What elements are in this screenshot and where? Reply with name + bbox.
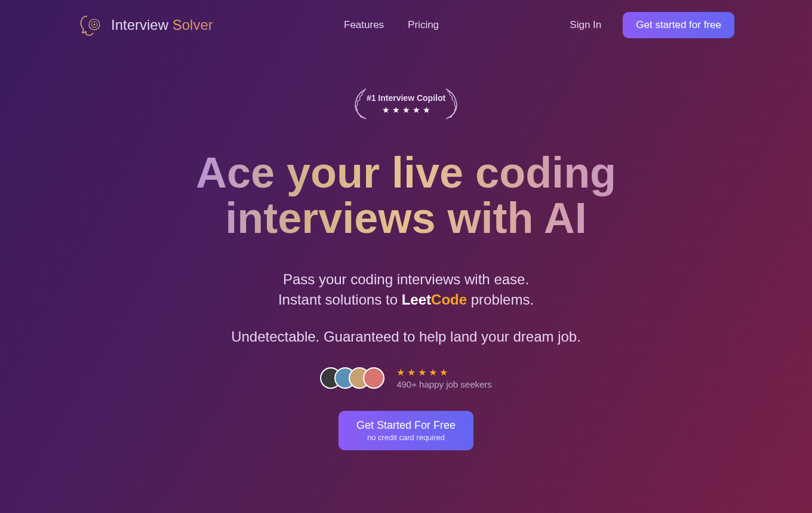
headline-line-1: Ace your live coding [196,149,616,196]
star-icon: ★ [429,367,437,378]
main-nav: Features Pricing [344,19,439,31]
nav-pricing[interactable]: Pricing [408,19,439,31]
subhead-line-1: Pass your coding interviews with ease. [283,271,529,287]
leetcode-leet: Leet [402,291,431,308]
tagline: Undetectable. Guaranteed to help land yo… [231,328,581,345]
star-icon: ★ [396,367,405,378]
auth-area: Sign In Get started for free [570,12,734,38]
main-cta-sub: no credit card required [367,433,445,442]
leetcode-code: Code [431,291,467,308]
proof-count: 490+ happy job seekers [396,379,492,389]
brand-word-1: Interview [111,17,173,33]
star-icon: ★ [418,367,426,378]
subhead-prefix: Instant solutions to [278,291,402,308]
main-cta-button[interactable]: Get Started For Free no credit card requ… [339,411,473,450]
brand-word-2: Solver [173,17,213,33]
laurel-center: #1 Interview Copilot ★ ★ ★ ★ ★ [367,93,445,115]
star-icon: ★ [392,105,400,115]
brand-name: Interview Solver [111,17,213,33]
header-cta-button[interactable]: Get started for free [623,12,734,38]
subhead: Pass your coding interviews with ease. I… [278,269,534,309]
laurel-right-icon [442,87,463,121]
badge-stars: ★ ★ ★ ★ ★ [367,105,445,115]
badge-text: #1 Interview Copilot [367,93,445,103]
avatar [363,367,385,389]
proof-stars: ★ ★ ★ ★ ★ [396,367,492,378]
social-proof: ★ ★ ★ ★ ★ 490+ happy job seekers [320,367,492,389]
star-icon: ★ [402,105,410,115]
star-icon: ★ [439,367,448,378]
star-icon: ★ [382,105,390,115]
hero-section: #1 Interview Copilot ★ ★ ★ ★ ★ Ace your … [0,86,812,513]
nav-features[interactable]: Features [344,19,384,31]
header: Interview Solver Features Pricing Sign I… [0,0,812,50]
svg-point-2 [94,24,96,26]
star-icon: ★ [407,367,416,378]
brain-logo-icon [78,13,103,38]
signin-link[interactable]: Sign In [570,19,601,31]
headline: Ace your live coding interviews with AI [196,150,616,241]
subhead-suffix: problems. [471,291,534,308]
proof-text: ★ ★ ★ ★ ★ 490+ happy job seekers [396,367,492,389]
laurel-left-icon [349,87,370,121]
star-icon: ★ [423,105,430,115]
avatar-stack [320,367,385,389]
logo-area[interactable]: Interview Solver [78,13,213,38]
star-icon: ★ [413,105,420,115]
headline-line-2: interviews with AI [225,194,586,242]
main-cta-label: Get Started For Free [356,419,456,432]
laurel-badge: #1 Interview Copilot ★ ★ ★ ★ ★ [349,86,463,122]
